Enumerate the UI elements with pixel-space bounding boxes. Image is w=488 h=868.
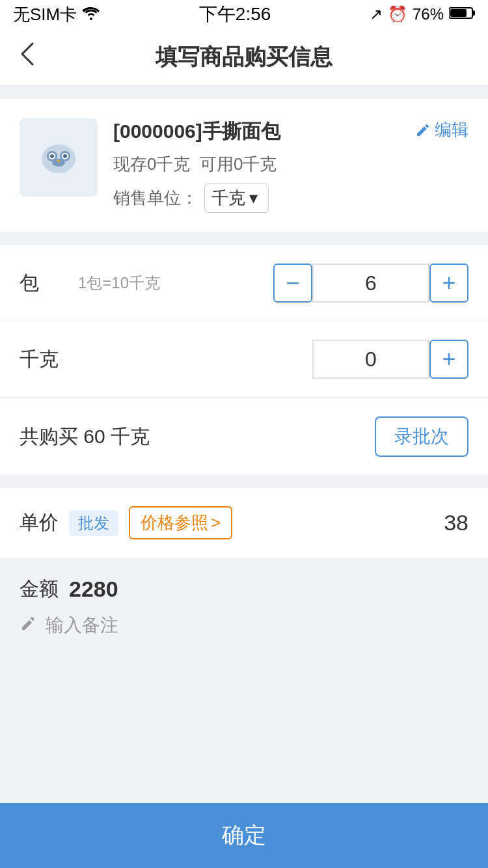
product-unit: 销售单位： 千克 ▾ bbox=[113, 183, 468, 213]
amount-value: 2280 bbox=[69, 576, 118, 602]
svg-point-9 bbox=[63, 154, 67, 158]
price-label: 单价 bbox=[20, 509, 59, 536]
product-stock: 现存0千克 可用0千克 bbox=[113, 153, 468, 176]
edit-label: 编辑 bbox=[435, 118, 468, 141]
confirm-label: 确定 bbox=[222, 821, 266, 850]
svg-rect-2 bbox=[450, 9, 467, 17]
remark-placeholder[interactable]: 输入备注 bbox=[46, 613, 118, 638]
unit-select[interactable]: 千克 ▾ bbox=[204, 183, 269, 213]
amount-section: 金额 2280 输入备注 bbox=[0, 558, 488, 656]
kg-quantity-input[interactable] bbox=[312, 340, 429, 379]
kg-label: 千克 bbox=[20, 346, 72, 373]
battery-icon bbox=[449, 5, 475, 23]
kg-row: 千克 + bbox=[0, 321, 488, 398]
price-row: 单价 批发 价格参照 > 38 bbox=[20, 506, 468, 539]
batch-button[interactable]: 录批次 bbox=[375, 416, 468, 457]
confirm-button[interactable]: 确定 bbox=[0, 803, 488, 868]
main-content: [0000006]手撕面包 现存0千克 可用0千克 销售单位： 千克 ▾ 编辑 … bbox=[0, 99, 488, 721]
wifi-icon bbox=[82, 5, 100, 25]
dropdown-icon: ▾ bbox=[249, 188, 258, 208]
kg-increment-button[interactable]: + bbox=[429, 340, 468, 379]
product-image bbox=[20, 118, 98, 197]
bao-quantity-input[interactable] bbox=[312, 264, 429, 303]
carrier-text: 无SIM卡 bbox=[13, 3, 77, 26]
status-left: 无SIM卡 bbox=[13, 3, 100, 26]
summary-text: 共购买 60 千克 bbox=[20, 424, 150, 450]
status-right: ↗ ⏰ 76% bbox=[370, 5, 475, 23]
bao-increment-button[interactable]: + bbox=[429, 264, 468, 303]
bao-row: 包 1包=10千克 − + bbox=[0, 245, 488, 321]
price-ref-button[interactable]: 价格参照 > bbox=[129, 506, 232, 539]
bao-label: 包 bbox=[20, 270, 72, 297]
svg-point-8 bbox=[50, 154, 54, 158]
nav-bar: 填写商品购买信息 bbox=[0, 29, 488, 86]
status-bar: 无SIM卡 下午2:56 ↗ ⏰ 76% bbox=[0, 0, 488, 29]
svg-rect-1 bbox=[472, 10, 475, 16]
remark-row[interactable]: 输入备注 bbox=[20, 613, 468, 638]
price-value: 38 bbox=[444, 510, 468, 536]
status-time: 下午2:56 bbox=[199, 2, 271, 27]
bao-sublabel: 1包=10千克 bbox=[78, 273, 160, 293]
battery-text: 76% bbox=[413, 5, 444, 23]
amount-label: 金额 bbox=[20, 576, 59, 603]
edit-button[interactable]: 编辑 bbox=[415, 118, 468, 141]
price-section: 单价 批发 价格参照 > 38 bbox=[0, 488, 488, 558]
input-section: 包 1包=10千克 − + 千克 + 共购买 60 千克 录批次 bbox=[0, 245, 488, 475]
bao-controls: − + bbox=[273, 264, 468, 303]
pencil-icon bbox=[20, 614, 38, 637]
price-ref-arrow: > bbox=[211, 513, 221, 533]
location-icon: ↗ bbox=[370, 5, 383, 23]
price-badge: 批发 bbox=[69, 510, 118, 536]
kg-controls: + bbox=[312, 340, 468, 379]
bao-decrement-button[interactable]: − bbox=[273, 264, 312, 303]
alarm-icon: ⏰ bbox=[388, 5, 407, 23]
product-card: [0000006]手撕面包 现存0千克 可用0千克 销售单位： 千克 ▾ 编辑 bbox=[0, 99, 488, 232]
back-button[interactable] bbox=[20, 42, 34, 72]
amount-row: 金额 2280 bbox=[20, 576, 468, 603]
price-ref-label: 价格参照 bbox=[141, 511, 208, 534]
divider-1 bbox=[0, 475, 488, 488]
summary-row: 共购买 60 千克 录批次 bbox=[0, 398, 488, 475]
page-title: 填写商品购买信息 bbox=[156, 42, 332, 72]
